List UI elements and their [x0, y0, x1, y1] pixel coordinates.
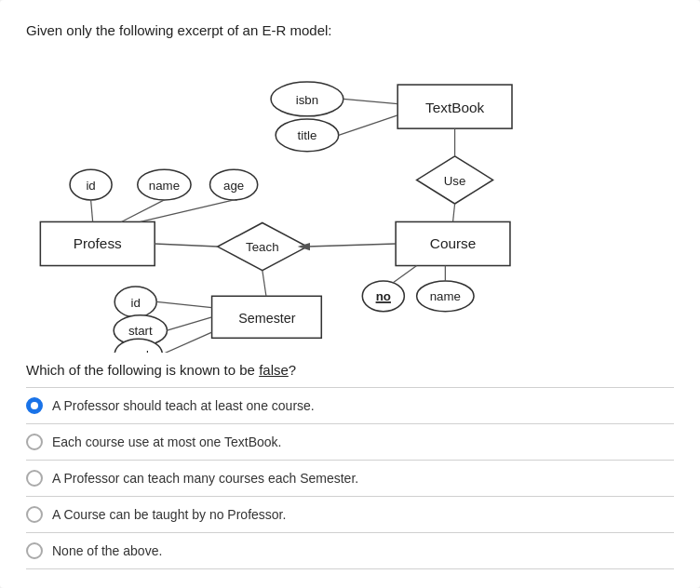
option-2-text: Each course use at most one TextBook.	[52, 434, 281, 449]
svg-text:id: id	[131, 296, 141, 310]
svg-text:age: age	[223, 179, 244, 193]
option-5-text: None of the above.	[52, 543, 162, 558]
svg-line-46	[393, 266, 417, 283]
svg-line-22	[91, 200, 93, 222]
radio-1[interactable]	[26, 397, 43, 414]
svg-line-39	[156, 301, 211, 307]
svg-text:Profess: Profess	[74, 235, 122, 251]
svg-text:isbn: isbn	[296, 93, 318, 107]
radio-4[interactable]	[26, 506, 43, 523]
option-1-text: A Professor should teach at least one co…	[52, 398, 315, 413]
options-section: Which of the following is known to be fa…	[26, 362, 674, 569]
svg-line-7	[339, 115, 397, 135]
radio-5[interactable]	[26, 542, 43, 559]
svg-line-32	[262, 271, 266, 297]
svg-text:id: id	[86, 179, 95, 193]
svg-text:name: name	[430, 289, 461, 303]
option-4-text: A Course can be taught by no Professor.	[52, 507, 286, 522]
svg-line-13	[453, 204, 455, 221]
svg-line-24	[141, 200, 234, 222]
svg-line-23	[121, 200, 164, 222]
svg-text:Semester: Semester	[238, 311, 295, 326]
option-5[interactable]: None of the above.	[26, 532, 674, 569]
option-1[interactable]: A Professor should teach at least one co…	[26, 387, 674, 423]
option-3[interactable]: A Professor can teach many courses each …	[26, 460, 674, 496]
svg-text:title: title	[298, 128, 317, 142]
er-diagram: TextBook isbn title Use Course Profess	[26, 55, 674, 353]
section-question: Which of the following is known to be fa…	[26, 362, 674, 378]
svg-text:Course: Course	[430, 235, 476, 251]
svg-text:start: start	[128, 324, 153, 338]
svg-text:Use: Use	[444, 174, 466, 188]
radio-3[interactable]	[26, 470, 43, 487]
svg-text:no: no	[376, 289, 391, 303]
svg-text:end: end	[128, 348, 149, 353]
svg-line-27	[155, 244, 218, 247]
radio-inner-1	[31, 402, 38, 409]
svg-line-40	[167, 317, 211, 330]
radio-2[interactable]	[26, 434, 43, 450]
main-card: Given only the following excerpt of an E…	[0, 0, 700, 588]
svg-line-6	[343, 99, 397, 103]
svg-text:name: name	[149, 179, 180, 193]
option-3-text: A Professor can teach many courses each …	[52, 471, 358, 486]
option-2[interactable]: Each course use at most one TextBook.	[26, 423, 674, 460]
svg-line-28	[307, 244, 396, 247]
er-svg: TextBook isbn title Use Course Profess	[26, 55, 674, 353]
svg-line-41	[162, 332, 211, 353]
option-4[interactable]: A Course can be taught by no Professor.	[26, 496, 674, 532]
question-title: Given only the following excerpt of an E…	[26, 22, 674, 38]
svg-text:Teach: Teach	[246, 240, 278, 254]
svg-text:TextBook: TextBook	[425, 100, 484, 115]
